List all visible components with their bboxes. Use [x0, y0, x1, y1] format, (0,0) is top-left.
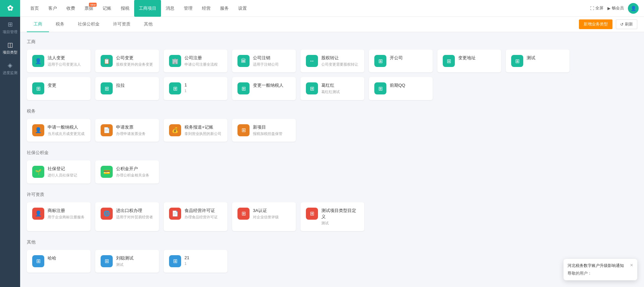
subtab-other[interactable]: 其他 [137, 17, 159, 32]
card-desc: 进行人员社保登记 [48, 173, 85, 178]
card-company-cancel[interactable]: 🏛 公司注销 适用于注销公司 [232, 50, 296, 72]
card-desc: 测试 [321, 221, 359, 226]
card-test1[interactable]: ⊞ 测试 [506, 50, 570, 72]
sidebar: ✿ ⊞ 项目管理 ◫ 项目类型 ◈ 进度监测 [0, 0, 20, 287]
card-title: 21 [184, 255, 222, 260]
card-fund-open[interactable]: 💳 公积金开户 办理公积金相关业务 [95, 160, 159, 183]
subtab-license[interactable]: 许可资质 [106, 17, 137, 32]
card-test-type[interactable]: ⊞ 测试项目类型目定义 测试 [301, 202, 364, 231]
card-apply-invoice[interactable]: 📄 申请发票 办理申请发票业务 [95, 119, 159, 142]
card-title: 公司变更 [116, 55, 154, 61]
card-3a-cert[interactable]: ⊞ 3A认证 对企业信誉评级 [232, 202, 296, 231]
sidebar-item-label: 项目类型 [3, 50, 17, 55]
sidebar-item-progress-monitor[interactable]: ◈ 进度监测 [0, 58, 20, 78]
license-cards-grid: 👤 商标注册 用于企业商标注册服务 🌐 进出口权办理 适用于对外贸易经营者 [27, 202, 637, 231]
new-type-button[interactable]: 新增业务类型 [579, 19, 612, 29]
tax-cards-grid: 👤 申请一般纳税人 当月或次月成变更完成 📄 申请发票 办理申请发票业务 [27, 119, 637, 142]
legal-change-icon: 👤 [32, 55, 44, 67]
nav-customers[interactable]: 客户 [44, 0, 62, 17]
fullscreen-button[interactable]: ⛶ 全屏 [590, 5, 603, 11]
card-desc: 办理食品经营许可证 [184, 215, 222, 220]
social-cards-grid: 🌱 社保登记 进行人员社保登记 💳 公积金开户 办理公积金相关业务 [27, 160, 637, 183]
apply-taxpayer-icon: 👤 [32, 124, 44, 136]
nav-home[interactable]: 首页 [25, 0, 44, 17]
card-open-company[interactable]: ⊞ 开公司 [369, 50, 433, 72]
card-title: 葛红红 [321, 82, 359, 88]
card-title: 变更地址 [458, 55, 496, 61]
member-button[interactable]: ▶ 畅会员 [607, 5, 624, 11]
nav-tax[interactable]: 报税 [116, 0, 134, 17]
nav-messages[interactable]: 消息 [161, 0, 179, 17]
inner-content: 工商 👤 法人变更 适用于公司变更法人 📋 公司 [20, 32, 644, 287]
sidebar-item-project-mgmt[interactable]: ⊞ 项目管理 [0, 17, 20, 37]
card-title: 税务报道+记账 [184, 124, 222, 130]
earlier-qq-icon: ⊞ [374, 82, 386, 94]
card-desc: 用于企业商标注册服务 [48, 215, 85, 220]
test1-icon: ⊞ [511, 55, 523, 67]
change1-icon: ⊞ [32, 82, 44, 94]
nav-operations[interactable]: 经营 [197, 0, 215, 17]
chat-close-button[interactable]: ✕ [630, 263, 633, 268]
user-avatar[interactable]: 👤 [628, 3, 639, 14]
card-change1[interactable]: ⊞ 变更 [27, 77, 91, 100]
top-nav: 首页 客户 收费 票据 new 记账 报税 工商项目 消息 管理 经营 服务 设… [20, 0, 644, 17]
card-trademark[interactable]: 👤 商标注册 用于企业商标注册服务 [27, 202, 91, 231]
card-new-project[interactable]: ⊞ 新项目 报税加税控盘保管 [232, 119, 296, 142]
card-change-address[interactable]: ⊞ 变更地址 [437, 50, 501, 72]
progress-icon: ◈ [8, 62, 12, 69]
subtab-biz[interactable]: 工商 [27, 17, 49, 32]
card-liu-test[interactable]: ⊞ 刘聪测试 测试 [95, 250, 159, 273]
card-social-register[interactable]: 🌱 社保登记 进行人员社保登记 [27, 160, 91, 183]
card-one[interactable]: ⊞ 1 1 [164, 77, 227, 100]
card-apply-taxpayer[interactable]: 👤 申请一般纳税人 当月或次月成变更完成 [27, 119, 91, 142]
card-desc: 公司变更需要股权转让 [321, 62, 359, 67]
card-lala[interactable]: ⊞ 拉拉 [95, 77, 159, 100]
card-desc: 适用于对外贸易经营者 [116, 215, 154, 220]
card-import-export[interactable]: 🌐 进出口权办理 适用于对外贸易经营者 [95, 202, 159, 231]
subtab-tax[interactable]: 税务 [49, 17, 71, 32]
fund-open-icon: 💳 [101, 166, 113, 178]
card-twenty-one[interactable]: ⊞ 21 1 [164, 250, 227, 273]
tab-actions: 新增业务类型 ↺ 刷新 [579, 19, 637, 29]
new-project-icon: ⊞ [237, 124, 250, 136]
card-desc: 申请公司注册全流程 [184, 62, 222, 67]
nav-management[interactable]: 管理 [179, 0, 197, 17]
apply-invoice-icon: 📄 [101, 124, 113, 136]
card-desc: 办理申请发票业务 [116, 131, 154, 136]
card-title: 哈哈 [48, 255, 85, 261]
card-title: 食品经营许可证 [184, 208, 222, 214]
chat-bubble: ✕ 河北税务数字账户升级影响通知 尊敬的用户： [564, 259, 637, 280]
sidebar-item-project-type[interactable]: ◫ 项目类型 [0, 37, 20, 58]
test-type-icon: ⊞ [306, 208, 318, 220]
card-title: 申请发票 [116, 124, 154, 130]
nav-biz-project[interactable]: 工商项目 [134, 0, 161, 17]
nav-services[interactable]: 服务 [215, 0, 233, 17]
card-tax-report-bookkeeping[interactable]: 💰 税务报道+记账 拿到营业执照的新公司 [164, 119, 227, 142]
card-food-license[interactable]: 📄 食品经营许可证 办理食品经营许可证 [164, 202, 227, 231]
card-change-taxpayer[interactable]: ⊞ 变更一般纳税人 [232, 77, 296, 100]
card-title: 法人变更 [48, 55, 85, 61]
card-company-change[interactable]: 📋 公司变更 股权变更外的业务变更 [95, 50, 159, 72]
card-gehonghong[interactable]: ⊞ 葛红红 葛红红测试 [301, 77, 364, 100]
card-title: 拉拉 [116, 82, 154, 88]
card-company-register[interactable]: 🏢 公司注册 申请公司注册全流程 [164, 50, 227, 72]
card-equity-transfer[interactable]: ↔ 股权转让 公司变更需要股权转让 [301, 50, 364, 72]
sidebar-item-label: 项目管理 [3, 29, 17, 34]
section-biz-title: 工商 [27, 39, 637, 45]
nav-settings[interactable]: 设置 [233, 0, 252, 17]
card-desc: 办理公积金相关业务 [116, 173, 154, 178]
card-title: 申请一般纳税人 [48, 124, 85, 130]
card-desc: 适用于公司变更法人 [48, 62, 85, 67]
nav-bookkeeping[interactable]: 记账 [98, 0, 116, 17]
card-earlier-qq[interactable]: ⊞ 前期QQ [369, 77, 433, 100]
subtab-social-fund[interactable]: 社保公积金 [71, 17, 106, 32]
card-legal-change[interactable]: 👤 法人变更 适用于公司变更法人 [27, 50, 91, 72]
card-haha[interactable]: ⊞ 哈哈 [27, 250, 91, 273]
nav-tickets[interactable]: 票据 new [80, 0, 98, 17]
card-title: 1 [184, 82, 222, 87]
card-title: 变更 [48, 82, 85, 88]
equity-transfer-icon: ↔ [306, 55, 318, 67]
nav-billing[interactable]: 收费 [62, 0, 80, 17]
refresh-button[interactable]: ↺ 刷新 [616, 19, 637, 29]
chat-content: 尊敬的用户： [568, 271, 633, 276]
